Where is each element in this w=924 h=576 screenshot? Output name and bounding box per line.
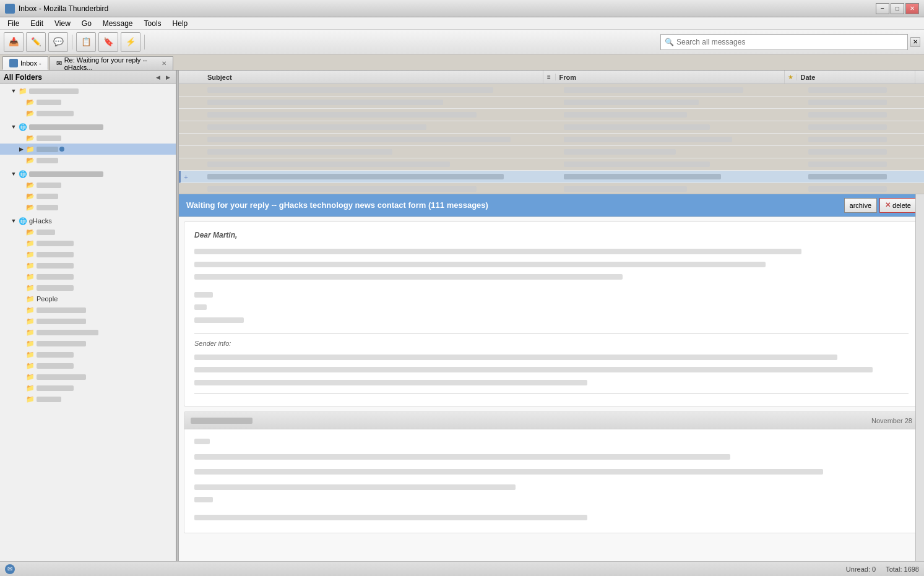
sidebar-item-gh-f2[interactable]: 📁 <box>0 238 176 249</box>
menu-help[interactable]: Help <box>168 19 193 28</box>
expand-icon <box>17 295 25 303</box>
folder-icon: 📁 <box>26 307 35 314</box>
folder-icon: 📂 <box>26 229 35 236</box>
filter-button[interactable]: ⚡ <box>121 32 140 52</box>
status-icon: ✉ <box>5 564 15 574</box>
sidebar-item-ghacks[interactable]: ▼ 🌐 gHacks <box>0 215 176 226</box>
sidebar-item-gh-f13[interactable]: 📁 <box>0 360 176 371</box>
account-icon: 🌐 <box>19 171 27 178</box>
sidebar-item-gh-f12[interactable]: 📁 <box>0 349 176 360</box>
preview-scrollbar[interactable] <box>915 194 924 561</box>
sidebar-item-account3[interactable]: ▼ 🌐 <box>0 168 176 179</box>
filter-icon: ⚡ <box>126 37 136 46</box>
body2-line-1 <box>194 454 730 460</box>
table-row[interactable] <box>179 84 924 97</box>
chat-button[interactable]: 💬 <box>48 32 68 52</box>
sidebar-item-gh-f3[interactable]: 📁 <box>0 249 176 260</box>
window-controls[interactable]: − □ ✕ <box>876 3 919 14</box>
search-bar[interactable]: 🔍 <box>660 34 908 50</box>
body2-line-2 <box>194 469 823 475</box>
sidebar-next-arrow[interactable]: ▶ <box>163 72 172 83</box>
sidebar-item-drafts1[interactable]: 📂 <box>0 97 176 108</box>
sidebar-item-f3-2[interactable]: 📂 <box>0 202 176 213</box>
folder-icon: 📁 <box>26 296 35 303</box>
folder-icon: 📁 <box>26 351 35 358</box>
status-bar: ✉ Unread: 0 Total: 1698 <box>0 561 924 576</box>
close-button[interactable]: ✕ <box>905 3 919 14</box>
sidebar-item-folder1[interactable]: 📂 <box>0 108 176 119</box>
tag-button[interactable]: 🔖 <box>98 32 118 52</box>
expand-icon <box>17 340 25 347</box>
expand-icon <box>17 306 25 314</box>
tab-reply[interactable]: ✉ Re: Waiting for your reply -- gHacks..… <box>50 56 173 70</box>
get-mail-button[interactable]: 📥 <box>4 32 24 52</box>
separator-2 <box>144 35 145 49</box>
sidebar-item-sent2[interactable]: 📂 <box>0 155 176 166</box>
sidebar-item-gh-f14[interactable]: 📁 <box>0 371 176 382</box>
expand-icon <box>17 395 25 403</box>
table-row[interactable] <box>179 109 924 121</box>
sidebar-item-gh-f8[interactable]: 📁 <box>0 304 176 316</box>
archive-button[interactable]: archive <box>844 198 877 213</box>
main-layout: All Folders ◀ ▶ ▼ 📁 📂 <box>0 71 924 561</box>
sidebar-item-gh-f4[interactable]: 📁 <box>0 260 176 271</box>
tab-inbox[interactable]: Inbox - <box>2 56 48 70</box>
sidebar-item-account2[interactable]: ▼ 🌐 <box>0 121 176 132</box>
table-row[interactable] <box>179 97 924 109</box>
row-subject <box>204 124 548 131</box>
sidebar-item-inbox-highlighted[interactable]: ▶ 📁 <box>0 144 176 155</box>
col-header-subject[interactable]: Subject <box>204 71 543 84</box>
account1-label <box>29 88 79 94</box>
table-row[interactable] <box>179 121 924 134</box>
sidebar-item-gh-f11[interactable]: 📁 <box>0 338 176 349</box>
menu-file[interactable]: File <box>2 19 24 28</box>
sent2-label <box>37 158 58 163</box>
address-book-button[interactable]: 📋 <box>76 32 96 52</box>
row-from <box>560 87 792 94</box>
sig-line-2 <box>194 304 207 310</box>
table-row[interactable]: + <box>179 171 924 183</box>
col-header-from[interactable]: From <box>556 71 785 84</box>
tab-inbox-label: Inbox - <box>20 59 41 67</box>
menu-message[interactable]: Message <box>98 19 138 28</box>
table-row[interactable] <box>179 183 924 194</box>
address-book-icon: 📋 <box>81 37 92 46</box>
sidebar-item-gh-f10[interactable]: 📁 <box>0 327 176 338</box>
tab-reply-close[interactable]: ✕ <box>162 60 166 67</box>
sender-info-label: Sender info: <box>194 338 909 349</box>
col-subject-label: Subject <box>207 74 232 81</box>
gh-people-label: People <box>37 295 58 303</box>
menu-view[interactable]: View <box>50 19 76 28</box>
menu-tools[interactable]: Tools <box>139 19 166 28</box>
greeting-line <box>194 439 210 444</box>
search-input[interactable] <box>676 38 904 46</box>
message-block-1: Dear Martin, Sender info: <box>184 221 919 406</box>
close-search-button[interactable]: ✕ <box>910 37 920 47</box>
sidebar-item-gh-f5[interactable]: 📁 <box>0 271 176 282</box>
sidebar-item-gh-f6[interactable]: 📁 <box>0 282 176 293</box>
expand-icon <box>17 192 25 200</box>
sidebar-item-gh-people[interactable]: 📁 People <box>0 293 176 304</box>
drafts2-label <box>37 135 61 141</box>
gh-f8-label <box>37 307 86 313</box>
maximize-button[interactable]: □ <box>891 3 904 14</box>
menu-edit[interactable]: Edit <box>25 19 48 28</box>
table-row[interactable] <box>179 146 924 158</box>
compose-button[interactable]: ✏️ <box>26 32 46 52</box>
sidebar-item-gh-f15[interactable]: 📁 <box>0 382 176 393</box>
sidebar-item-f3-1[interactable]: 📂 <box>0 191 176 202</box>
gh-f16-label <box>37 397 61 402</box>
sidebar-item-drafts3[interactable]: 📂 <box>0 179 176 191</box>
sidebar-item-gh-f9[interactable]: 📁 <box>0 316 176 327</box>
table-row[interactable] <box>179 134 924 146</box>
menu-go[interactable]: Go <box>77 19 97 28</box>
sidebar-item-account1[interactable]: ▼ 📁 <box>0 85 176 97</box>
sidebar-item-drafts2[interactable]: 📂 <box>0 132 176 144</box>
sidebar-item-gh-f1[interactable]: 📂 <box>0 226 176 238</box>
delete-button[interactable]: ✕ delete <box>879 198 917 213</box>
sidebar-item-gh-f16[interactable]: 📁 <box>0 393 176 405</box>
sidebar-prev-arrow[interactable]: ◀ <box>153 72 162 83</box>
minimize-button[interactable]: − <box>876 3 889 14</box>
col-header-date[interactable]: Date <box>797 71 916 84</box>
table-row[interactable] <box>179 158 924 171</box>
